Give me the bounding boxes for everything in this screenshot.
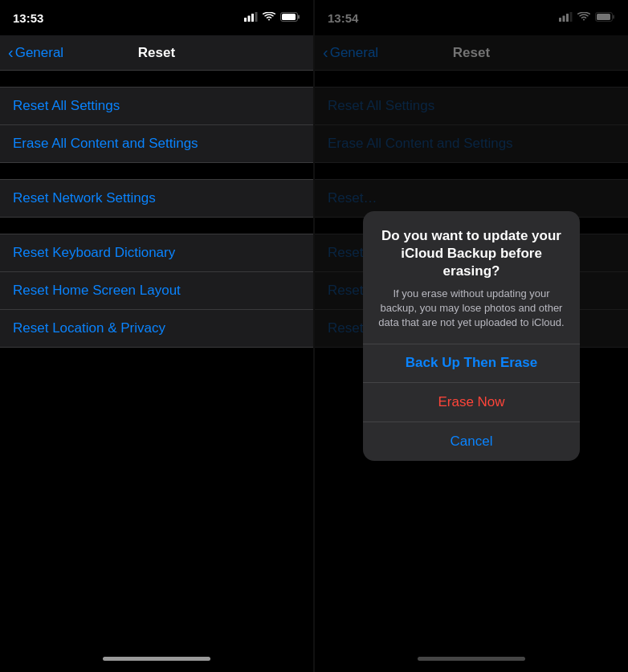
reset-location-privacy-row[interactable]: Reset Location & Privacy	[0, 310, 313, 347]
alert-divider-top	[363, 344, 580, 344]
settings-group-2-left: Reset Network Settings	[0, 179, 313, 218]
reset-all-settings-row[interactable]: Reset All Settings	[0, 88, 313, 125]
alert-content: Do you want to update your iCloud Backup…	[363, 211, 580, 344]
alert-message: If you erase without updating your backu…	[376, 287, 567, 331]
status-icons-left	[244, 12, 300, 24]
nav-bar-left: ‹ General Reset	[0, 35, 313, 71]
home-indicator-left	[0, 645, 313, 672]
right-phone: 13:54	[315, 0, 628, 672]
reset-home-screen-row[interactable]: Reset Home Screen Layout	[0, 272, 313, 310]
wifi-icon-left	[263, 12, 275, 24]
alert-title: Do you want to update your iCloud Backup…	[376, 227, 567, 280]
erase-now-button[interactable]: Erase Now	[363, 383, 580, 422]
nav-title-left: Reset	[138, 45, 175, 61]
settings-content-left: Reset All Settings Erase All Content and…	[0, 71, 313, 645]
alert-overlay: Do you want to update your iCloud Backup…	[315, 0, 628, 672]
alert-dialog: Do you want to update your iCloud Backup…	[363, 211, 580, 461]
svg-rect-5	[282, 14, 296, 20]
svg-rect-0	[244, 18, 247, 22]
settings-group-1-left: Reset All Settings Erase All Content and…	[0, 87, 313, 163]
svg-rect-3	[255, 12, 258, 22]
cancel-button[interactable]: Cancel	[363, 422, 580, 461]
home-bar-left	[103, 657, 210, 661]
settings-section-1-left: Reset All Settings Erase All Content and…	[0, 87, 313, 163]
erase-all-content-row[interactable]: Erase All Content and Settings	[0, 125, 313, 162]
status-bar-left: 13:53	[0, 0, 313, 35]
reset-network-row[interactable]: Reset Network Settings	[0, 180, 313, 217]
settings-section-2-left: Reset Network Settings	[0, 179, 313, 218]
reset-keyboard-row[interactable]: Reset Keyboard Dictionary	[0, 234, 313, 272]
settings-group-3-left: Reset Keyboard Dictionary Reset Home Scr…	[0, 234, 313, 348]
svg-rect-1	[248, 15, 251, 22]
signal-icon-left	[244, 12, 258, 24]
settings-section-3-left: Reset Keyboard Dictionary Reset Home Scr…	[0, 234, 313, 348]
status-time-left: 13:53	[13, 11, 43, 25]
svg-rect-2	[251, 14, 254, 22]
nav-back-label-left: General	[15, 45, 63, 61]
battery-icon-left	[280, 12, 300, 24]
back-up-then-erase-button[interactable]: Back Up Then Erase	[363, 344, 580, 383]
chevron-left-icon: ‹	[8, 44, 14, 60]
nav-back-left[interactable]: ‹ General	[8, 45, 63, 61]
left-phone: 13:53	[0, 0, 313, 672]
